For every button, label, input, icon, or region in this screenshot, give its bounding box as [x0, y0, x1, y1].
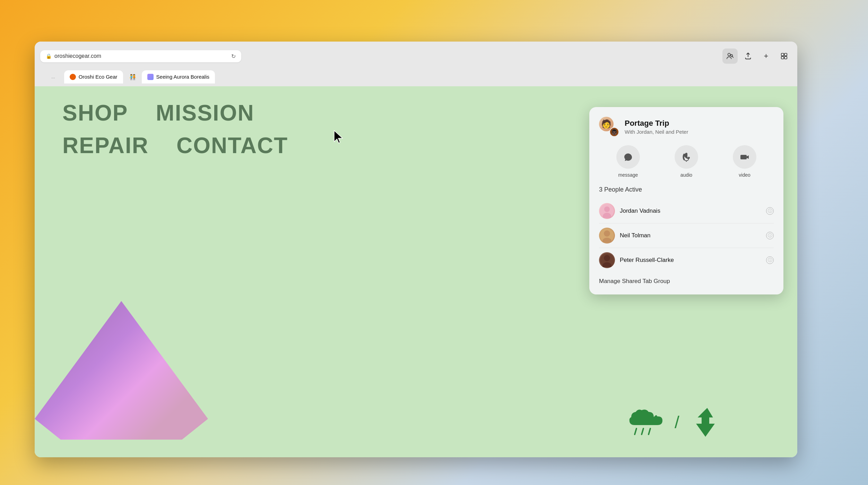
info-neil[interactable]: ⓘ	[766, 232, 774, 239]
group-avatar: 🧑 👨🏿	[599, 117, 619, 137]
popup-header: 🧑 👨🏿 Portage Trip With Jordan, Neil and …	[599, 117, 774, 137]
audio-label: audio	[680, 172, 692, 178]
svg-rect-3	[784, 53, 787, 56]
add-tab-icon: +	[764, 52, 769, 61]
people-list: Jordan Vadnais ⓘ Neil Tolman ⓘ	[599, 199, 774, 272]
nav-shop[interactable]: SHOP	[62, 100, 128, 126]
message-action[interactable]: message	[616, 145, 640, 178]
nav-repair[interactable]: REPAIR	[62, 133, 149, 158]
svg-rect-2	[781, 53, 784, 56]
popup-group-name: Portage Trip	[625, 119, 688, 128]
tab-emoji[interactable]: 🧑‍🤝‍🧑	[124, 70, 141, 83]
tab-aurora-label: Seeing Aurora Borealis	[156, 74, 209, 80]
svg-rect-11	[740, 155, 747, 159]
cloud-rain-icon	[626, 405, 668, 440]
audio-icon-circle	[675, 145, 698, 169]
url-row: 🔒 oroshiecogear.com ↻	[40, 46, 792, 67]
popup-title-block: Portage Trip With Jordan, Neil and Peter	[625, 119, 688, 135]
divider-slash: /	[675, 412, 679, 432]
svg-line-7	[642, 429, 643, 434]
avatar-peter	[599, 252, 615, 268]
browser-chrome: 🔒 oroshiecogear.com ↻	[35, 42, 797, 86]
video-label: video	[739, 172, 750, 178]
manage-shared-tab-group[interactable]: Manage Shared Tab Group	[599, 272, 774, 285]
url-text: oroshiecogear.com	[54, 53, 101, 59]
tab-truncated-label: ...	[49, 71, 58, 83]
share-button[interactable]	[740, 48, 756, 64]
lock-icon: 🔒	[46, 53, 52, 59]
info-jordan[interactable]: ⓘ	[766, 207, 774, 215]
tab-oroshi-favicon	[70, 74, 76, 80]
name-peter: Peter Russell-Clarke	[620, 257, 761, 264]
browser-window: 🔒 oroshiecogear.com ↻	[35, 42, 797, 457]
video-action[interactable]: video	[733, 145, 756, 178]
avatar-neil	[599, 228, 615, 244]
name-neil: Neil Tolman	[620, 232, 761, 239]
svg-rect-4	[781, 56, 784, 59]
name-jordan: Jordan Vadnais	[620, 208, 761, 214]
tab-oroshi[interactable]: Oroshi Eco Gear	[64, 70, 123, 83]
url-bar[interactable]: 🔒 oroshiecogear.com ↻	[40, 50, 241, 62]
video-icon-circle	[733, 145, 756, 169]
message-icon-circle	[616, 145, 640, 169]
collaboration-button[interactable]	[722, 48, 738, 64]
message-label: message	[618, 172, 638, 178]
avatar-sub: 👨🏿	[609, 127, 619, 137]
svg-rect-5	[784, 56, 787, 59]
collaboration-popup: 🧑 👨🏿 Portage Trip With Jordan, Neil and …	[589, 107, 783, 294]
tabs-row: ... Oroshi Eco Gear 🧑‍🤝‍🧑 Seeing Aurora …	[40, 67, 792, 86]
person-row-neil[interactable]: Neil Tolman ⓘ	[599, 223, 774, 248]
nav-contact[interactable]: CONTACT	[176, 133, 288, 158]
tab-aurora-favicon	[147, 74, 154, 80]
svg-line-6	[635, 429, 636, 434]
tab-truncated[interactable]: ...	[43, 67, 63, 86]
browser-content: SHOP MISSION REPAIR CONTACT /	[35, 86, 797, 457]
reload-icon[interactable]: ↻	[231, 53, 236, 60]
tent-body	[35, 301, 208, 440]
video-icon	[739, 152, 750, 162]
nav-mission[interactable]: MISSION	[156, 100, 254, 126]
weather-icons: /	[626, 405, 728, 440]
tab-aurora[interactable]: Seeing Aurora Borealis	[142, 70, 215, 83]
toolbar-buttons: +	[722, 48, 792, 64]
svg-point-16	[604, 230, 610, 237]
popup-group-subtitle: With Jordan, Neil and Peter	[625, 129, 688, 135]
tab-emoji-favicon: 🧑‍🤝‍🧑	[129, 74, 136, 80]
audio-icon	[681, 152, 692, 162]
recycle-icon	[686, 405, 728, 440]
info-peter[interactable]: ⓘ	[766, 256, 774, 264]
svg-point-1	[731, 54, 733, 56]
action-buttons: message audio	[599, 145, 774, 178]
svg-line-8	[649, 429, 650, 434]
add-tab-button[interactable]: +	[758, 48, 774, 64]
person-row-peter[interactable]: Peter Russell-Clarke ⓘ	[599, 248, 774, 272]
message-icon	[623, 152, 633, 162]
svg-point-13	[604, 206, 610, 212]
svg-point-19	[604, 255, 610, 261]
svg-point-0	[728, 53, 730, 56]
avatar-jordan	[599, 203, 615, 219]
audio-action[interactable]: audio	[675, 145, 698, 178]
people-section-header: 3 People Active	[599, 186, 774, 193]
tab-overview-button[interactable]	[776, 48, 792, 64]
person-row-jordan[interactable]: Jordan Vadnais ⓘ	[599, 199, 774, 223]
tab-oroshi-label: Oroshi Eco Gear	[79, 74, 118, 80]
tent-illustration	[35, 253, 277, 457]
